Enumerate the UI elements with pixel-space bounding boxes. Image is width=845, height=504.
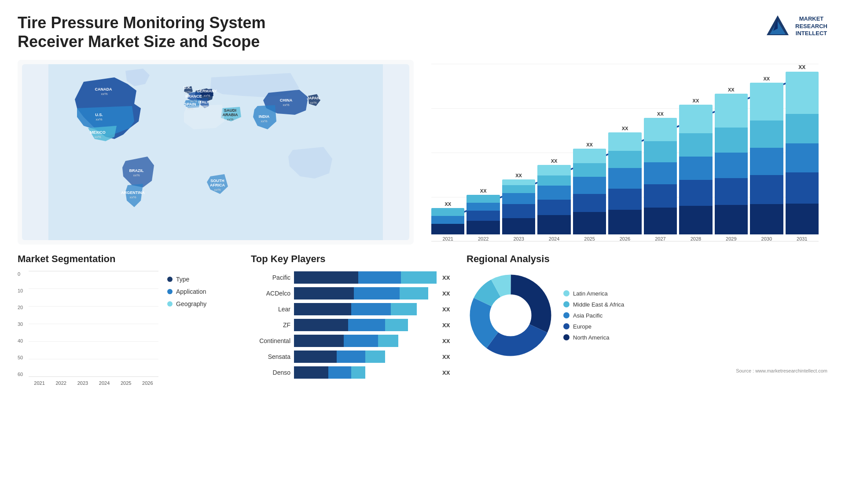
legend-dot-latin — [563, 290, 569, 296]
seg-y-axis: 60 50 40 30 20 10 0 — [18, 271, 23, 386]
svg-text:ARABIA: ARABIA — [223, 113, 238, 117]
legend-label-mea: Middle East & Africa — [573, 301, 624, 308]
player-bar-zf — [294, 319, 437, 331]
legend-geography: Geography — [167, 300, 206, 307]
seg-legend: Type Application Geography — [167, 271, 206, 307]
logo-icon — [764, 13, 791, 40]
svg-text:CANADA: CANADA — [95, 87, 112, 91]
regional-legend-europe: Europe — [563, 323, 624, 330]
svg-text:ITALY: ITALY — [198, 100, 209, 104]
regional-legend-latin: Latin America — [563, 290, 624, 297]
bar-group-2031: XX 2031 — [786, 64, 819, 241]
world-map-section: CANADA xx% U.S. xx% MEXICO xx% BRAZIL xx… — [18, 60, 414, 245]
bar-group-2028: XX 2028 — [679, 98, 712, 241]
legend-application: Application — [167, 288, 206, 295]
regional-content: Latin America Middle East & Africa Asia … — [467, 271, 827, 359]
player-name-lear: Lear — [251, 306, 290, 313]
svg-text:U.K.: U.K. — [184, 85, 191, 90]
legend-dot-na — [563, 334, 569, 340]
key-players-title: Top Key Players — [251, 253, 453, 265]
player-row-sensata: Sensata XX — [251, 351, 453, 363]
bar-group-2023: XX 2023 — [502, 173, 535, 241]
player-name-zf: ZF — [251, 321, 290, 329]
seg-bars-area — [29, 271, 158, 377]
svg-text:xx%: xx% — [310, 101, 316, 105]
player-row-acdelco: ACDelco XX — [251, 287, 453, 299]
donut-center — [490, 295, 531, 336]
player-name-denso: Denso — [251, 369, 290, 376]
legend-dot-application — [167, 289, 173, 294]
header: Tire Pressure Monitoring System Receiver… — [18, 13, 827, 51]
svg-text:ARGENTINA: ARGENTINA — [121, 190, 145, 195]
regional-title: Regional Analysis — [467, 253, 827, 265]
bar-chart-section: XX 2021 XX 2022 XX 2023 XX 2024 XX — [422, 60, 827, 245]
svg-text:xx%: xx% — [129, 195, 136, 199]
legend-dot-type — [167, 277, 173, 282]
player-row-pacific: Pacific XX — [251, 271, 453, 284]
svg-text:JAPAN: JAPAN — [307, 96, 320, 100]
player-bar-acdelco — [294, 287, 437, 299]
legend-label-application: Application — [176, 288, 206, 295]
key-players-section: Top Key Players Pacific XX ACDelco — [251, 253, 453, 412]
svg-text:xx%: xx% — [227, 117, 233, 121]
bar-group-2030: XX 2030 — [750, 76, 783, 241]
player-bar-pacific — [294, 271, 437, 284]
player-row-zf: ZF XX — [251, 319, 453, 331]
regional-section: Regional Analysis — [467, 253, 827, 412]
player-row-continental: Continental XX — [251, 335, 453, 347]
player-name-sensata: Sensata — [251, 353, 290, 360]
svg-text:xx%: xx% — [96, 117, 102, 121]
svg-text:AFRICA: AFRICA — [210, 183, 225, 187]
segmentation-title: Market Segmentation — [18, 253, 238, 265]
svg-text:CHINA: CHINA — [280, 98, 293, 102]
legend-label-na: North America — [573, 334, 609, 341]
svg-text:xx%: xx% — [133, 173, 140, 177]
player-bar-denso — [294, 366, 437, 379]
legend-label-latin: Latin America — [573, 290, 608, 297]
svg-text:xx%: xx% — [94, 135, 101, 139]
page-title: Tire Pressure Monitoring System Receiver… — [18, 13, 326, 51]
bar-group-2024: XX 2024 — [537, 158, 570, 241]
regional-legend: Latin America Middle East & Africa Asia … — [563, 290, 624, 341]
svg-text:FRANCE: FRANCE — [185, 94, 202, 99]
player-bar-sensata — [294, 351, 437, 363]
legend-type: Type — [167, 276, 206, 283]
player-value-sensata: XX — [442, 354, 453, 360]
svg-text:SAUDI: SAUDI — [224, 108, 236, 113]
donut-chart — [467, 271, 555, 359]
seg-chart-area: 60 50 40 30 20 10 0 — [18, 271, 238, 386]
svg-text:U.S.: U.S. — [95, 113, 103, 117]
legend-label-europe: Europe — [573, 323, 592, 330]
world-map-svg: CANADA xx% U.S. xx% MEXICO xx% BRAZIL xx… — [22, 64, 409, 240]
bar-group-2021: XX 2021 — [431, 201, 464, 241]
bar-group-2025: XX 2025 — [573, 142, 606, 241]
seg-bars: 60 50 40 30 20 10 0 — [18, 271, 158, 386]
logo-area: MARKET RESEARCH INTELLECT — [764, 13, 827, 40]
player-bar-continental — [294, 335, 437, 347]
player-value-acdelco: XX — [442, 290, 453, 297]
svg-text:xx%: xx% — [187, 107, 193, 111]
svg-text:xx%: xx% — [214, 188, 220, 192]
bar-group-2026: XX 2026 — [608, 126, 641, 241]
player-name-continental: Continental — [251, 337, 290, 344]
regional-legend-na: North America — [563, 334, 624, 341]
player-row-lear: Lear XX — [251, 303, 453, 315]
bar-group-2029: XX 2029 — [715, 87, 748, 241]
source-text: Source : www.marketresearchintellect.com — [467, 368, 827, 373]
svg-text:INDIA: INDIA — [259, 114, 270, 119]
svg-text:MEXICO: MEXICO — [90, 130, 106, 135]
bar-group-2022: XX 2022 — [467, 188, 500, 241]
legend-label-type: Type — [176, 276, 189, 283]
player-row-denso: Denso XX — [251, 366, 453, 379]
player-value-lear: XX — [442, 306, 453, 313]
svg-text:xx%: xx% — [283, 103, 289, 107]
legend-label-apac: Asia Pacific — [573, 312, 603, 319]
svg-text:xx%: xx% — [101, 92, 107, 96]
svg-text:BRAZIL: BRAZIL — [129, 168, 144, 173]
seg-x-labels: 2021 2022 2023 2024 2025 2026 — [29, 380, 158, 386]
player-value-continental: XX — [442, 338, 453, 344]
svg-text:xx%: xx% — [184, 90, 191, 94]
bar-group-2027: XX 2027 — [644, 111, 677, 241]
regional-legend-apac: Asia Pacific — [563, 312, 624, 319]
player-name-acdelco: ACDelco — [251, 290, 290, 297]
